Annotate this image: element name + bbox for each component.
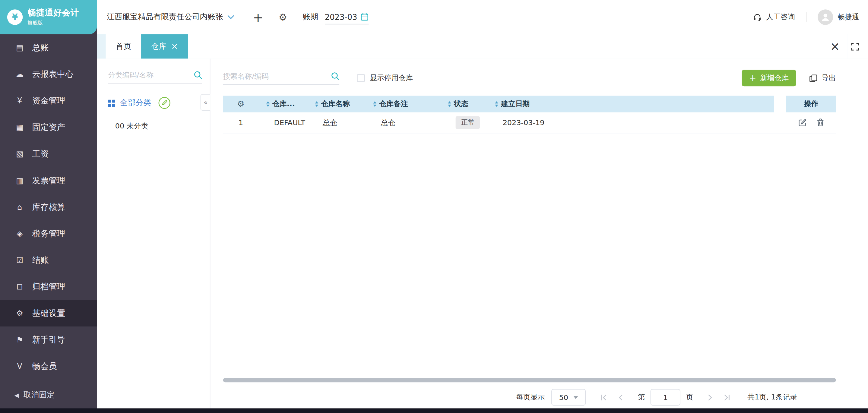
sort-icon[interactable] <box>373 101 376 107</box>
column-header-4[interactable]: 建立日期 <box>487 96 774 113</box>
warehouse-search <box>223 72 339 85</box>
page-prefix: 第 <box>638 392 645 402</box>
brand-title: 畅捷通好会计 <box>28 8 79 19</box>
prev-page-button[interactable] <box>617 394 625 401</box>
warehouse-date: 2023-03-19 <box>487 119 774 127</box>
column-header-2[interactable]: 仓库备注 <box>365 96 440 113</box>
sidebar-nav: ▤总账☁云报表中心¥资金管理▦固定资产▧工资▥发票管理⌂库存核算◈税务管理☑结账… <box>0 34 97 383</box>
category-panel: 全部分类 00 未分类 « <box>97 59 210 413</box>
close-icon[interactable]: × <box>822 34 847 59</box>
edit-category-icon[interactable] <box>158 97 170 109</box>
warehouse-name: 总仓 <box>307 118 366 128</box>
basic-settings-icon: ⚙ <box>14 309 25 317</box>
sidebar-item-funds-management[interactable]: ¥资金管理 <box>0 88 97 114</box>
main-column: 江西服宝精品有限责任公司内账张 + ⚙ 账期 2023-03 人工咨询 <box>97 0 868 413</box>
sort-icon[interactable] <box>266 101 270 107</box>
fixed-assets-icon: ▦ <box>14 123 25 131</box>
last-page-button[interactable] <box>723 394 731 401</box>
content-area: 全部分类 00 未分类 « <box>97 59 868 413</box>
tab-close-icon[interactable]: × <box>171 42 178 51</box>
checkbox-label: 显示停用仓库 <box>370 73 413 83</box>
column-label: 仓库... <box>272 99 295 109</box>
checkbox-box[interactable] <box>357 74 365 82</box>
calendar-icon <box>361 13 369 21</box>
next-page-button[interactable] <box>706 394 714 401</box>
archive-management-icon: ⊟ <box>14 282 25 291</box>
search-icon[interactable] <box>194 71 202 79</box>
column-header-1[interactable]: 仓库名称 <box>307 96 366 113</box>
sidebar-item-label: 云报表中心 <box>32 69 73 80</box>
column-header-3[interactable]: 状态 <box>440 96 487 113</box>
collapse-panel-button[interactable]: « <box>200 94 210 110</box>
edit-icon[interactable] <box>798 119 806 127</box>
sidebar-item-basic-settings[interactable]: ⚙基础设置 <box>0 300 97 326</box>
all-categories-row[interactable]: 全部分类 <box>108 97 202 109</box>
sidebar-item-general-ledger[interactable]: ▤总账 <box>0 34 97 61</box>
cloud-reports-icon: ☁ <box>14 70 25 78</box>
export-icon <box>809 74 818 82</box>
brand-text: 畅捷通好会计 旗舰版 <box>28 8 79 27</box>
add-account-button[interactable]: + <box>253 10 263 24</box>
sidebar-item-tax-management[interactable]: ◈税务管理 <box>0 220 97 247</box>
category-search-input[interactable] <box>108 71 194 79</box>
unpin-label: 取消固定 <box>24 390 55 400</box>
support-button[interactable]: 人工咨询 <box>753 12 795 22</box>
sidebar-item-member[interactable]: Ⅴ畅会员 <box>0 353 97 380</box>
brand-logo: ¥ 畅捷通好会计 旗舰版 <box>0 0 97 34</box>
sidebar-item-cloud-reports[interactable]: ☁云报表中心 <box>0 61 97 88</box>
status-badge: 正常 <box>456 116 480 129</box>
sidebar-item-beginner-guide[interactable]: ⚑新手引导 <box>0 326 97 353</box>
tab-home[interactable]: 首页 <box>106 34 141 59</box>
funds-management-icon: ¥ <box>14 96 25 105</box>
fullscreen-icon[interactable] <box>847 34 868 59</box>
sort-icon[interactable] <box>495 101 498 107</box>
warehouse-name-link[interactable]: 总仓 <box>323 118 337 127</box>
show-disabled-checkbox[interactable]: 显示停用仓库 <box>357 73 413 83</box>
sidebar-item-label: 畅会员 <box>32 361 57 372</box>
sort-icon[interactable] <box>315 101 318 107</box>
column-header-0[interactable]: 仓库... <box>258 96 307 113</box>
table-settings-gear-icon[interactable]: ⚙ <box>223 96 258 113</box>
actions-column-header: 操作 <box>786 96 836 113</box>
sidebar: ¥ 畅捷通好会计 旗舰版 ▤总账☁云报表中心¥资金管理▦固定资产▧工资▥发票管理… <box>0 0 97 413</box>
warehouse-note: 总仓 <box>365 118 440 128</box>
column-label: 建立日期 <box>501 99 530 109</box>
category-list: 00 未分类 <box>108 121 202 131</box>
sidebar-item-archive-management[interactable]: ⊟归档管理 <box>0 274 97 300</box>
company-name: 江西服宝精品有限责任公司内账张 <box>107 12 223 22</box>
sidebar-item-invoice-management[interactable]: ▥发票管理 <box>0 167 97 194</box>
sort-icon[interactable] <box>448 101 451 107</box>
sidebar-item-label: 新手引导 <box>32 335 65 345</box>
sidebar-item-label: 结账 <box>32 255 49 265</box>
add-warehouse-button[interactable]: + 新增仓库 <box>742 70 796 86</box>
export-button[interactable]: 导出 <box>809 73 836 83</box>
payroll-icon: ▧ <box>14 150 25 158</box>
sidebar-item-label: 发票管理 <box>32 175 65 186</box>
avatar[interactable] <box>818 9 833 25</box>
sidebar-item-inventory-accounting[interactable]: ⌂库存核算 <box>0 194 97 220</box>
delete-icon[interactable] <box>816 119 824 127</box>
table-header-main: ⚙ 仓库...仓库名称仓库备注状态建立日期 <box>223 96 774 113</box>
category-item[interactable]: 00 未分类 <box>108 121 202 131</box>
search-icon[interactable] <box>331 72 340 80</box>
first-page-button[interactable] <box>600 394 608 401</box>
sidebar-item-label: 工资 <box>32 149 49 159</box>
tab-strip: 首页仓库× <box>106 34 188 59</box>
sidebar-item-label: 固定资产 <box>32 122 65 133</box>
tab-bar: 首页仓库× × <box>97 34 868 59</box>
username: 畅捷通 <box>838 12 859 22</box>
horizontal-scrollbar[interactable] <box>223 378 836 383</box>
warehouse-search-input[interactable] <box>223 72 331 80</box>
sidebar-item-fixed-assets[interactable]: ▦固定资产 <box>0 114 97 140</box>
sidebar-item-closing[interactable]: ☑结账 <box>0 247 97 274</box>
sidebar-item-payroll[interactable]: ▧工资 <box>0 140 97 167</box>
page-input[interactable] <box>651 389 680 406</box>
company-selector[interactable]: 江西服宝精品有限责任公司内账张 <box>107 12 234 22</box>
unpin-button[interactable]: ◀ 取消固定 <box>0 383 97 407</box>
tab-warehouse[interactable]: 仓库× <box>141 34 188 59</box>
warehouse-toolbar: 显示停用仓库 + 新增仓库 导出 <box>223 70 836 86</box>
account-settings-gear-icon[interactable]: ⚙ <box>279 12 287 23</box>
per-page-select[interactable]: 50 <box>552 389 586 406</box>
table-row[interactable]: 1DEFAULT总仓总仓正常2023-03-19 <box>223 113 836 133</box>
period-selector[interactable]: 2023-03 <box>325 12 369 24</box>
